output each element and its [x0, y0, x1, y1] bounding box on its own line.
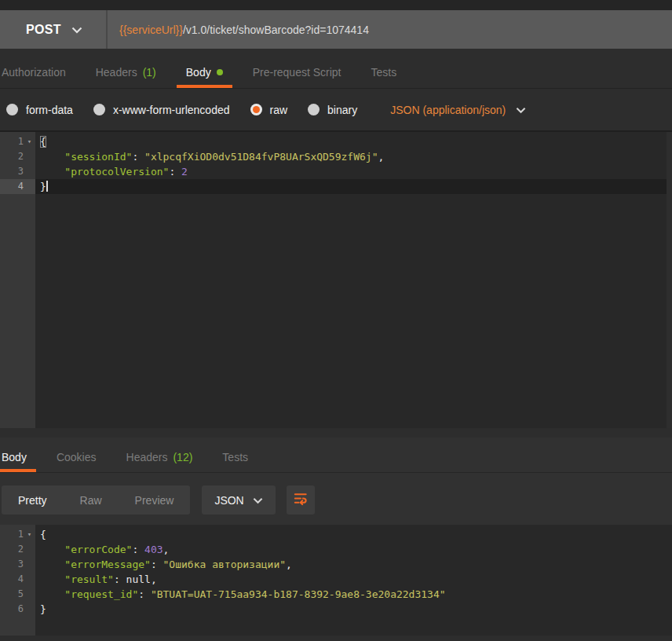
editor-scrollbar-track[interactable]: [667, 132, 672, 428]
tab-response-cookies[interactable]: Cookies: [47, 445, 106, 472]
view-mode-button-group: Pretty Raw Preview: [2, 485, 190, 515]
code-line: 4}: [0, 179, 672, 194]
chevron-down-icon: [71, 23, 82, 37]
raw-view-button[interactable]: Raw: [64, 485, 119, 515]
code-line: 1▾{: [0, 134, 672, 149]
response-code-lines: 1▾{2 "errorCode": 403,3 "errorMessage": …: [0, 525, 672, 617]
body-present-dot: [217, 69, 223, 75]
radio-form-data[interactable]: form-data: [6, 104, 73, 116]
code-line: 2 "sessionId": "xlpcqfXiOD0dv51D84fvP8UA…: [0, 149, 672, 164]
code-line: 3 "errorMessage": "Ошибка авторизации",: [0, 557, 672, 572]
tab-response-tests[interactable]: Tests: [213, 445, 257, 472]
tab-response-headers[interactable]: Headers (12): [117, 445, 203, 472]
radio-selected-icon: [250, 104, 262, 115]
window-top-strip: [0, 0, 672, 10]
tab-body[interactable]: Body: [177, 59, 232, 88]
chevron-down-icon: [253, 494, 263, 507]
code-line: 6}: [0, 602, 672, 617]
radio-raw[interactable]: raw: [250, 104, 288, 116]
chevron-down-icon: [516, 103, 526, 117]
url-path: /v1.0/ticket/showBarcode?id=1074414: [183, 24, 369, 36]
fold-caret-icon[interactable]: ▾: [24, 527, 35, 542]
code-line: 1▾{: [0, 527, 672, 542]
response-view-toolbar: Pretty Raw Preview JSON: [0, 473, 672, 525]
preview-view-button[interactable]: Preview: [119, 485, 191, 515]
response-headers-count-badge: (12): [173, 451, 192, 463]
section-divider: [0, 428, 672, 438]
radio-circle-icon: [6, 104, 18, 115]
pretty-view-button[interactable]: Pretty: [2, 485, 64, 515]
radio-circle-icon: [93, 104, 105, 115]
code-line: 3 "protocolVersion": 2: [0, 164, 672, 179]
radio-binary[interactable]: binary: [308, 104, 357, 116]
content-type-dropdown[interactable]: JSON (application/json): [390, 103, 526, 117]
tab-response-body[interactable]: Body: [0, 445, 36, 472]
tab-pre-request-script[interactable]: Pre-request Script: [243, 59, 351, 88]
method-label: POST: [26, 23, 61, 37]
url-environment-variable: {{serviceUrl}}: [119, 24, 183, 36]
url-input[interactable]: {{serviceUrl}}/v1.0/ticket/showBarcode?i…: [108, 10, 672, 49]
request-url-bar: POST {{serviceUrl}}/v1.0/ticket/showBarc…: [0, 10, 672, 49]
method-dropdown[interactable]: POST: [0, 10, 108, 49]
response-tab-bar: Body Cookies Headers (12) Tests: [0, 438, 672, 473]
wrap-lines-button[interactable]: [287, 485, 315, 515]
request-body-editor[interactable]: 1▾{2 "sessionId": "xlpcqfXiOD0dv51D84fvP…: [0, 132, 672, 428]
radio-x-www-form-urlencoded[interactable]: x-www-form-urlencoded: [93, 104, 230, 116]
tab-headers[interactable]: Headers (1): [86, 59, 166, 88]
headers-count-badge: (1): [143, 66, 156, 79]
code-line: 2 "errorCode": 403,: [0, 542, 672, 557]
code-line: 4 "result": null,: [0, 572, 672, 587]
request-code-lines: 1▾{2 "sessionId": "xlpcqfXiOD0dv51D84fvP…: [0, 132, 672, 194]
body-type-selector: form-data x-www-form-urlencoded raw bina…: [0, 89, 672, 132]
radio-circle-icon: [308, 104, 320, 115]
tab-tests[interactable]: Tests: [362, 59, 407, 88]
wrap-lines-icon: [293, 491, 308, 509]
request-tab-bar: Authorization Headers (1) Body Pre-reque…: [0, 49, 672, 89]
code-line: 5 "request_id": "BTUAT=UAT-715aa934-b187…: [0, 587, 672, 602]
text-cursor: [46, 181, 48, 192]
response-body-viewer[interactable]: 1▾{2 "errorCode": 403,3 "errorMessage": …: [0, 525, 672, 636]
fold-caret-icon[interactable]: ▾: [24, 134, 35, 149]
response-format-dropdown[interactable]: JSON: [202, 485, 275, 515]
tab-authorization[interactable]: Authorization: [0, 59, 75, 88]
